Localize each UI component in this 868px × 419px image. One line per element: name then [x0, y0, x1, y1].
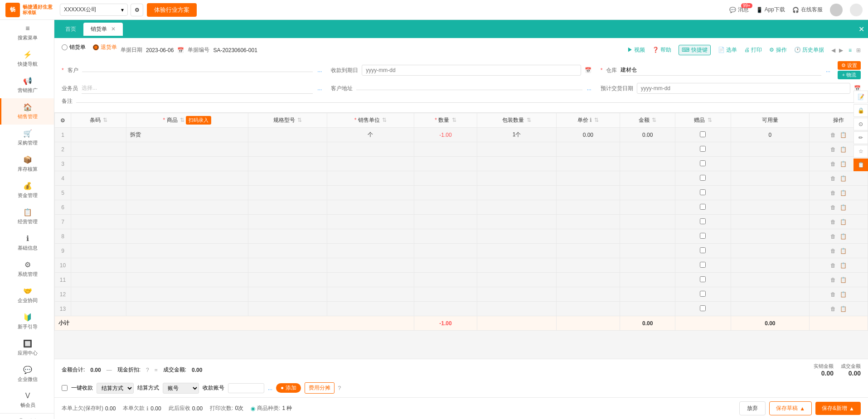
spec-cell[interactable]	[248, 171, 327, 186]
spec-cell[interactable]	[248, 287, 327, 302]
barcode-cell[interactable]	[71, 229, 126, 244]
col-settings[interactable]: ⚙	[55, 113, 71, 128]
float-lock-btn[interactable]: 🔒	[853, 104, 868, 117]
sidebar-item-system[interactable]: ⚙ 系统管理	[0, 256, 54, 282]
amount-sort-icon[interactable]: ⇅	[652, 117, 656, 123]
sidebar-item-guide[interactable]: 🔰 新手引导	[0, 308, 54, 335]
unit-cell[interactable]	[327, 229, 414, 244]
copy-icon[interactable]: 📋	[839, 175, 848, 182]
amount-cell[interactable]	[620, 273, 675, 287]
product-cell[interactable]	[126, 171, 248, 186]
gift-checkbox[interactable]	[700, 131, 706, 137]
gift-cell[interactable]	[675, 258, 731, 273]
delete-icon[interactable]: 🗑	[829, 306, 837, 312]
unit-cell[interactable]	[327, 171, 414, 186]
tab-home[interactable]: 首页	[58, 23, 83, 36]
sidebar-item-marketing[interactable]: 📢 营销推广	[0, 72, 54, 98]
unit-price-cell[interactable]	[556, 273, 620, 287]
gift-cell[interactable]	[675, 215, 731, 229]
sidebar-item-wechat[interactable]: 💬 企业微信	[0, 361, 54, 387]
unit-cell[interactable]	[327, 142, 414, 157]
amount-cell[interactable]	[620, 287, 675, 302]
delete-icon[interactable]: 🗑	[829, 248, 837, 254]
spec-cell[interactable]	[248, 157, 327, 171]
gift-checkbox[interactable]	[700, 262, 706, 268]
calendar2-icon[interactable]: 📅	[585, 67, 592, 73]
table-settings-icon[interactable]: ⚙	[60, 117, 65, 124]
radio-sales-order[interactable]: 销货单	[62, 43, 86, 51]
barcode-cell[interactable]	[71, 200, 126, 215]
delete-icon[interactable]: 🗑	[829, 277, 837, 283]
gift-checkbox[interactable]	[700, 291, 706, 297]
gear-icon[interactable]: ⚙	[131, 4, 143, 16]
gift-checkbox[interactable]	[700, 146, 706, 152]
pkg-qty-cell[interactable]	[477, 142, 556, 157]
logistics-btn[interactable]: + 物流	[838, 71, 861, 79]
quantity-cell[interactable]	[414, 142, 477, 157]
unit-price-cell[interactable]	[556, 302, 620, 316]
pkg-sort-icon[interactable]: ⇅	[527, 117, 531, 123]
delete-icon[interactable]: 🗑	[829, 219, 837, 225]
copy-icon[interactable]: 📋	[839, 291, 848, 298]
copy-icon[interactable]: 📋	[839, 161, 848, 167]
gift-checkbox[interactable]	[700, 189, 706, 195]
pkg-qty-cell[interactable]	[477, 186, 556, 200]
delete-icon[interactable]: 🗑	[829, 262, 837, 269]
copy-icon[interactable]: 📋	[839, 204, 848, 211]
product-cell[interactable]	[126, 229, 248, 244]
gift-cell[interactable]	[675, 171, 731, 186]
sidebar-item-inventory[interactable]: 📦 库存核算	[0, 151, 54, 177]
pkg-qty-cell[interactable]	[477, 157, 556, 171]
pkg-qty-cell[interactable]: 1个	[477, 128, 556, 142]
amount-cell[interactable]	[620, 215, 675, 229]
sidebar-item-operations[interactable]: 📋 经营管理	[0, 203, 54, 230]
app-download-btn[interactable]: 📱 App下载	[756, 6, 785, 14]
spec-cell[interactable]	[248, 186, 327, 200]
customer-input[interactable]	[82, 69, 313, 72]
unit-price-cell[interactable]: 0.00	[556, 128, 620, 142]
add-payment-button[interactable]: ● 添加	[276, 383, 301, 393]
quantity-cell[interactable]	[414, 273, 477, 287]
unit-cell[interactable]	[327, 215, 414, 229]
shortcut-key-icon[interactable]: ⌨ 快捷键	[679, 45, 710, 55]
warehouse-input[interactable]: 建材仓	[621, 65, 821, 76]
pkg-qty-cell[interactable]	[477, 302, 556, 316]
spec-cell[interactable]	[248, 142, 327, 157]
gift-cell[interactable]	[675, 287, 731, 302]
product-cell[interactable]	[126, 273, 248, 287]
spec-cell[interactable]	[248, 200, 327, 215]
gift-cell[interactable]	[675, 186, 731, 200]
float-orange-btn[interactable]: 📋	[853, 159, 868, 171]
sidebar-item-purchase[interactable]: 🛒 采购管理	[0, 125, 54, 151]
unit-price-cell[interactable]	[556, 171, 620, 186]
tab-sales-order[interactable]: 销货单 ✕	[83, 23, 123, 36]
unit-price-cell[interactable]	[556, 244, 620, 258]
delete-icon[interactable]: 🗑	[829, 175, 837, 182]
amount-cell[interactable]	[620, 229, 675, 244]
sidebar-item-shortcut[interactable]: ⚡ 快捷导航	[0, 46, 54, 72]
unit-price-cell[interactable]	[556, 229, 620, 244]
amount-cell[interactable]	[620, 157, 675, 171]
unit-price-cell[interactable]	[556, 215, 620, 229]
delete-icon[interactable]: 🗑	[829, 291, 837, 298]
pkg-qty-cell[interactable]	[477, 287, 556, 302]
barcode-cell[interactable]	[71, 128, 126, 142]
spec-cell[interactable]	[248, 244, 327, 258]
barcode-sort-icon[interactable]: ⇅	[103, 117, 107, 123]
copy-icon[interactable]: 📋	[839, 190, 848, 196]
sidebar-settings-icon[interactable]: ⚙	[19, 417, 24, 419]
spec-cell[interactable]	[248, 128, 327, 142]
gift-checkbox[interactable]	[700, 276, 706, 282]
amount-cell[interactable]	[620, 258, 675, 273]
barcode-cell[interactable]	[71, 302, 126, 316]
quantity-cell[interactable]	[414, 244, 477, 258]
gift-cell[interactable]	[675, 157, 731, 171]
avatar[interactable]	[830, 4, 843, 16]
barcode-cell[interactable]	[71, 142, 126, 157]
product-cell[interactable]	[126, 258, 248, 273]
unit-cell[interactable]: 个	[327, 128, 414, 142]
grid-view-icon[interactable]: ⊞	[856, 47, 861, 53]
sidebar-item-apps[interactable]: 🔲 应用中心	[0, 335, 54, 361]
amount-cell[interactable]	[620, 171, 675, 186]
gift-cell[interactable]	[675, 229, 731, 244]
